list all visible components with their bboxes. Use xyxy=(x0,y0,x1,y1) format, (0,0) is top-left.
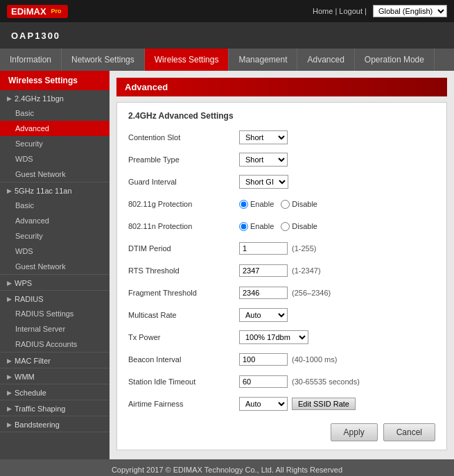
radio-80211n-disable-label: Disable xyxy=(281,222,317,231)
logo-area: EDiMAX Pro xyxy=(7,5,68,18)
nav-wireless-settings[interactable]: Wireless Settings xyxy=(145,49,229,71)
chevron-right-icon-schedule: ▶ xyxy=(7,389,12,396)
footer: Copyright 2017 © EDIMAX Technology Co., … xyxy=(0,459,454,476)
sidebar-item-24-wds[interactable]: WDS xyxy=(0,151,110,167)
cancel-button[interactable]: Cancel xyxy=(383,423,435,441)
row-multicast-rate: Multicast Rate Auto 1 2 xyxy=(128,307,435,323)
sidebar-group-traffic-title[interactable]: ▶ Traffic Shaping xyxy=(0,400,110,416)
sidebar-group-traffic: ▶ Traffic Shaping xyxy=(0,400,110,416)
sidebar-group-24ghz: ▶ 2.4GHz 11bgn Basic Advanced Security W… xyxy=(0,90,110,182)
input-station-idle-timeout[interactable] xyxy=(239,375,288,388)
label-80211g-protection: 802.11g Protection xyxy=(128,200,239,208)
sidebar-item-5-wds[interactable]: WDS xyxy=(0,244,110,259)
sidebar-group-5ghz: ▶ 5GHz 11ac 11an Basic Advanced Security… xyxy=(0,182,110,275)
sidebar-group-radius-title[interactable]: ▶ RADIUS xyxy=(0,291,110,306)
label-rts-threshold: RTS Threshold xyxy=(128,266,239,275)
row-fragment-threshold: Fragment Threshold (256–2346) xyxy=(128,284,435,301)
select-tx-power[interactable]: 100% 17dbm 75% 14dbm xyxy=(239,330,308,344)
select-airtime-fairness[interactable]: Auto Enable Disable xyxy=(239,397,288,411)
sidebar-item-internal-server[interactable]: Internal Server xyxy=(0,321,110,337)
radio-80211n-enable-label: Enable xyxy=(239,222,274,231)
content-area: Advanced 2.4GHz Advanced Settings Conten… xyxy=(110,71,454,459)
main-layout: Wireless Settings ▶ 2.4GHz 11bgn Basic A… xyxy=(0,71,454,459)
chevron-right-icon-5g: ▶ xyxy=(7,187,12,194)
sidebar-group-schedule: ▶ Schedule xyxy=(0,384,110,400)
chevron-right-icon-mac: ▶ xyxy=(7,357,12,364)
control-80211g-protection: Enable Disable xyxy=(239,200,435,209)
sidebar-item-5-advanced[interactable]: Advanced xyxy=(0,213,110,228)
label-station-idle-timeout: Station Idle Timeout xyxy=(128,377,239,386)
label-80211n-protection: 802.11n Protection xyxy=(128,222,239,230)
sidebar-item-5-security[interactable]: Security xyxy=(0,228,110,244)
input-rts-threshold[interactable] xyxy=(239,264,288,277)
control-contention-slot: Short Long xyxy=(239,130,435,144)
sidebar-item-24-advanced[interactable]: Advanced xyxy=(0,121,110,136)
sidebar-item-24-basic[interactable]: Basic xyxy=(0,105,110,121)
chevron-right-icon-wmm: ▶ xyxy=(7,373,12,380)
radio-80211g-enable-label: Enable xyxy=(239,200,274,209)
input-dtim-period[interactable] xyxy=(239,242,288,255)
sidebar-item-radius-accounts[interactable]: RADIUS Accounts xyxy=(0,337,110,352)
nav-advanced[interactable]: Advanced xyxy=(297,49,354,71)
sidebar: Wireless Settings ▶ 2.4GHz 11bgn Basic A… xyxy=(0,71,110,459)
radio-80211n-disable-text: Disable xyxy=(292,222,317,230)
control-preamble-type: Short Long xyxy=(239,153,435,167)
sidebar-item-24-security[interactable]: Security xyxy=(0,136,110,151)
button-row: Apply Cancel xyxy=(128,423,435,441)
sidebar-item-5-basic[interactable]: Basic xyxy=(0,198,110,213)
nav-operation-mode[interactable]: Operation Mode xyxy=(355,49,435,71)
home-link[interactable]: Home | Logout | xyxy=(313,7,367,15)
label-contention-slot: Contention Slot xyxy=(128,133,239,142)
sidebar-group-schedule-title[interactable]: ▶ Schedule xyxy=(0,384,110,400)
row-station-idle-timeout: Station Idle Timeout (30-65535 seconds) xyxy=(128,373,435,390)
edit-ssid-rate-button[interactable]: Edit SSID Rate xyxy=(292,398,356,410)
radio-80211g-enable[interactable] xyxy=(239,200,248,209)
label-guard-interval: Guard Interval xyxy=(128,178,239,186)
control-80211n-protection: Enable Disable xyxy=(239,222,435,231)
sidebar-group-24ghz-title[interactable]: ▶ 2.4GHz 11bgn xyxy=(0,90,110,105)
sidebar-group-wps: ▶ WPS xyxy=(0,275,110,291)
chevron-right-icon-traffic: ▶ xyxy=(7,405,12,412)
settings-box: 2.4GHz Advanced Settings Contention Slot… xyxy=(116,102,447,450)
top-bar: EDiMAX Pro Home | Logout | Global (Engli… xyxy=(0,0,454,22)
sidebar-group-wmm-title[interactable]: ▶ WMM xyxy=(0,368,110,384)
sidebar-group-wps-title[interactable]: ▶ WPS xyxy=(0,275,110,290)
control-beacon-interval: (40-1000 ms) xyxy=(239,353,435,366)
nav-management[interactable]: Management xyxy=(229,49,297,71)
logo-edi: EDiMAX xyxy=(11,6,46,17)
sidebar-group-mac-title[interactable]: ▶ MAC Filter xyxy=(0,352,110,368)
radio-80211g-disable[interactable] xyxy=(281,200,290,209)
top-links: Home | Logout | Global (English) xyxy=(313,5,447,17)
radio-80211n-enable-text: Enable xyxy=(250,222,274,230)
row-airtime-fairness: Airtime Fairness Auto Enable Disable Edi… xyxy=(128,396,435,412)
sidebar-group-mac: ▶ MAC Filter xyxy=(0,352,110,368)
radio-80211n-enable[interactable] xyxy=(239,222,248,231)
sidebar-item-radius-settings[interactable]: RADIUS Settings xyxy=(0,306,110,321)
radio-80211n-disable[interactable] xyxy=(281,222,290,231)
control-airtime-fairness: Auto Enable Disable Edit SSID Rate xyxy=(239,397,435,411)
control-dtim-period: (1-255) xyxy=(239,242,435,255)
sidebar-group-5ghz-title[interactable]: ▶ 5GHz 11ac 11an xyxy=(0,182,110,198)
select-preamble-type[interactable]: Short Long xyxy=(239,153,288,167)
input-beacon-interval[interactable] xyxy=(239,353,288,366)
nav-bar: Information Network Settings Wireless Se… xyxy=(0,49,454,71)
chevron-right-icon-radius: ▶ xyxy=(7,296,12,303)
nav-information[interactable]: Information xyxy=(0,49,62,71)
chevron-right-icon-band: ▶ xyxy=(7,421,12,428)
sidebar-item-5-guest[interactable]: Guest Network xyxy=(0,259,110,274)
sidebar-item-24-guest[interactable]: Guest Network xyxy=(0,167,110,182)
logo: EDiMAX Pro xyxy=(7,5,68,18)
row-80211g-protection: 802.11g Protection Enable Disable xyxy=(128,196,435,212)
apply-button[interactable]: Apply xyxy=(331,423,378,441)
select-guard-interval[interactable]: Short GI Long GI xyxy=(239,175,288,189)
label-airtime-fairness: Airtime Fairness xyxy=(128,400,239,408)
select-multicast-rate[interactable]: Auto 1 2 xyxy=(239,308,288,322)
language-select[interactable]: Global (English) xyxy=(373,5,447,17)
sidebar-group-bandsteering-title[interactable]: ▶ Bandsteering xyxy=(0,416,110,432)
sidebar-group-radius: ▶ RADIUS RADIUS Settings Internal Server… xyxy=(0,291,110,352)
input-fragment-threshold[interactable] xyxy=(239,287,288,299)
settings-box-title: 2.4GHz Advanced Settings xyxy=(128,111,435,121)
select-contention-slot[interactable]: Short Long xyxy=(239,130,288,144)
label-fragment-threshold: Fragment Threshold xyxy=(128,289,239,297)
nav-network-settings[interactable]: Network Settings xyxy=(62,49,145,71)
